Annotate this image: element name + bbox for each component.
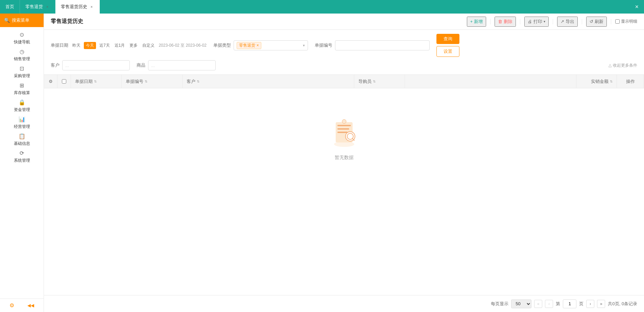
th-amount-label: 实销金额 <box>591 79 609 85</box>
sidebar-item-basic-info[interactable]: 📋 基础信息 <box>0 131 44 148</box>
inventory-icon: ⊞ <box>20 82 24 89</box>
search-icon: 🔍 <box>4 18 10 23</box>
filter-actions: 查询 设置 <box>436 34 459 57</box>
doc-type-select[interactable]: 零售退货 × ▾ <box>234 40 308 50</box>
th-guide[interactable]: 导购员 ⇅ <box>354 75 405 88</box>
date-filter: 单据日期 昨天 今天 近7天 近1月 更多 自定义 2023-06-02 至 2… <box>51 42 207 49</box>
sidebar-item-fund-mgmt[interactable]: 🔒 资金管理 <box>0 97 44 114</box>
th-ops-label: 操作 <box>626 79 635 85</box>
first-page-button[interactable]: « <box>534 300 542 308</box>
print-icon: 🖨 <box>528 19 532 24</box>
prev-page-icon: ‹ <box>548 302 550 306</box>
page-size-select[interactable]: 20 50 100 <box>511 299 531 308</box>
date-opt-last7[interactable]: 近7天 <box>98 42 111 49</box>
page-number-input[interactable] <box>563 299 576 308</box>
customer-filter: 客户 ... <box>51 60 130 70</box>
window-close-button[interactable]: × <box>629 3 644 10</box>
export-button[interactable]: ↗ 导出 <box>557 17 578 27</box>
select-all-checkbox[interactable] <box>62 79 66 84</box>
sidebar-item-fund-mgmt-label: 资金管理 <box>14 107 30 113</box>
refresh-button-label: 刷新 <box>595 19 603 25</box>
date-filter-label: 单据日期 <box>51 42 68 48</box>
th-amount[interactable]: 实销金额 ⇅ <box>576 75 617 88</box>
th-checkbox[interactable] <box>57 75 71 88</box>
date-opt-yesterday[interactable]: 昨天 <box>71 42 82 49</box>
sidebar-item-sys-mgmt[interactable]: ⟳ 系统管理 <box>0 148 44 165</box>
last-page-button[interactable]: » <box>597 300 605 308</box>
tab-retail-return-history[interactable]: 零售退货历史 × <box>55 0 100 14</box>
sidebar-search-label: 搜索菜单 <box>12 17 29 23</box>
pagination: 每页显示 20 50 100 « ‹ 第 页 › » 共0页, 0条记录 <box>44 295 644 312</box>
next-page-icon: › <box>590 302 591 306</box>
tab-retail-return-history-close[interactable]: × <box>89 4 94 9</box>
sidebar-item-purchase-mgmt[interactable]: ⊡ 采购管理 <box>0 64 44 81</box>
sidebar-item-sales-mgmt[interactable]: ◷ 销售管理 <box>0 47 44 64</box>
delete-icon: 🗑 <box>498 19 502 24</box>
tab-retail-return-label: 零售退货 <box>25 4 43 10</box>
doc-no-filter: 单据编号 <box>315 40 430 50</box>
sidebar-item-sys-mgmt-label: 系统管理 <box>14 158 30 163</box>
export-button-label: 导出 <box>566 19 574 25</box>
date-opt-last1month[interactable]: 近1月 <box>113 42 126 49</box>
doc-type-filter: 单据类型 零售退货 × ▾ <box>213 40 308 50</box>
sidebar-item-purchase-mgmt-label: 采购管理 <box>14 73 30 79</box>
delete-button[interactable]: 🗑 删除 <box>495 17 516 27</box>
customer-select[interactable]: ... <box>62 60 130 70</box>
divider-5 <box>611 19 611 24</box>
filter-setting-button[interactable]: 设置 <box>436 46 459 57</box>
doc-type-tag-close[interactable]: × <box>257 43 259 48</box>
show-details-checkbox[interactable]: 显示明细 <box>615 19 637 24</box>
sidebar-item-inventory-calc[interactable]: ⊞ 库存核算 <box>0 81 44 97</box>
tab-retail-return-close[interactable]: × <box>45 4 50 9</box>
tab-retail-return[interactable]: 零售退货 × <box>20 0 55 14</box>
sidebar-item-ops-mgmt-label: 经营管理 <box>14 124 30 130</box>
query-button[interactable]: 查询 <box>436 34 459 44</box>
th-docno[interactable]: 单据编号 ⇅ <box>122 75 183 88</box>
doc-no-label: 单据编号 <box>315 42 332 48</box>
sys-icon: ⟳ <box>20 150 24 156</box>
page-title: 零售退货历史 <box>51 18 83 25</box>
sidebar-audio-icon[interactable]: ◀◀ <box>27 303 34 308</box>
goods-filter: 商品 ... <box>137 60 216 70</box>
amount-sort-icon: ⇅ <box>610 80 613 83</box>
first-page-icon: « <box>537 302 540 306</box>
collapse-label: 收起更多条件 <box>613 63 637 68</box>
sidebar-search-button[interactable]: 🔍 搜索菜单 <box>0 14 44 27</box>
refresh-button[interactable]: ↺ 刷新 <box>586 17 607 27</box>
filter-area: 单据日期 昨天 今天 近7天 近1月 更多 自定义 2023-06-02 至 2… <box>44 30 644 75</box>
svg-rect-4 <box>337 132 348 133</box>
goods-select[interactable]: ... <box>148 60 216 70</box>
th-settings[interactable]: ⚙ <box>44 75 57 88</box>
table-area: ⚙ 单据日期 ⇅ 单据编号 ⇅ 客户 ⇅ 导购员 <box>44 75 644 295</box>
prev-page-button[interactable]: ‹ <box>545 300 553 308</box>
doc-no-input[interactable] <box>335 40 430 50</box>
sales-icon: ◷ <box>20 48 24 55</box>
new-button[interactable]: + 新增 <box>467 17 486 27</box>
th-spacer <box>405 75 577 88</box>
sidebar-item-ops-mgmt[interactable]: 📊 经营管理 <box>0 114 44 131</box>
sidebar-item-quick-nav[interactable]: ⊙ 快捷导航 <box>0 30 44 47</box>
filter-row-2: 客户 ... 商品 ... △ 收起更多条件 <box>51 60 637 70</box>
date-sort-icon: ⇅ <box>94 80 97 83</box>
collapse-more-button[interactable]: △ 收起更多条件 <box>609 61 637 70</box>
svg-rect-2 <box>337 125 351 126</box>
customer-label: 客户 <box>51 62 59 68</box>
empty-text: 暂无数据 <box>335 155 354 161</box>
page-label-suffix: 页 <box>579 301 583 307</box>
date-opt-today[interactable]: 今天 <box>84 42 96 49</box>
show-details-input[interactable] <box>615 19 620 24</box>
svg-rect-3 <box>337 128 349 130</box>
content-area: 零售退货历史 + 新增 🗑 删除 🖨 打印 ▾ ↗ <box>44 14 644 312</box>
print-button-label: 打印 <box>533 19 542 25</box>
sidebar-settings-icon[interactable]: ⚙ <box>9 302 14 309</box>
th-customer[interactable]: 客户 ⇅ <box>183 75 354 88</box>
top-nav: 首页 零售退货 × 零售退货历史 × × <box>0 0 644 14</box>
next-page-button[interactable]: › <box>586 300 594 308</box>
print-button[interactable]: 🖨 打印 ▾ <box>524 17 549 27</box>
sidebar-item-quick-nav-label: 快捷导航 <box>14 39 30 45</box>
tab-home[interactable]: 首页 <box>0 0 20 14</box>
th-date[interactable]: 单据日期 ⇅ <box>71 75 122 88</box>
page-actions: + 新增 🗑 删除 🖨 打印 ▾ ↗ 导出 <box>467 17 637 27</box>
date-opt-more[interactable]: 更多 <box>128 42 139 49</box>
date-opt-custom[interactable]: 自定义 <box>141 42 156 49</box>
